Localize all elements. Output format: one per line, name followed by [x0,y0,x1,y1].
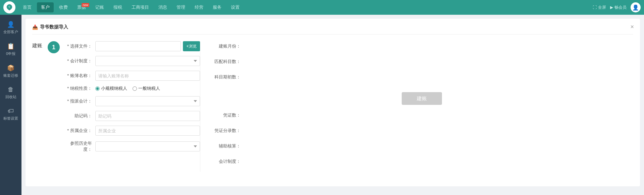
assign-accountant-select[interactable] [95,96,200,106]
avatar[interactable]: 👤 [631,2,641,12]
radio-general-input[interactable] [133,86,137,91]
right-accounting-system-row: 会计制度： [210,156,633,167]
app-logo[interactable] [3,1,15,13]
voucher-entry-label: 凭证分录数： [210,128,244,134]
file-label: * 选择文件： [65,43,95,49]
nav-item-service[interactable]: 服务 [209,2,226,12]
match-subject-value [244,57,633,67]
sidebar-item-declare[interactable]: 📋 0申报 [0,39,21,60]
browse-button[interactable]: +浏览 [183,41,200,51]
title-icon: 📥 [32,24,38,30]
ledger-name-label: * 账簿名称： [65,73,95,79]
fullscreen-icon: ⛶ [593,5,597,10]
assign-accountant-row: * 指派会计： [65,96,200,106]
nav-item-manage[interactable]: 管理 [172,2,189,12]
form-right: 建账月份： 匹配科目数： 科目期初数： 建账 凭证 [200,41,633,172]
build-month-label: 建账月份： [210,43,244,49]
voucher-count-value [244,110,633,120]
voucher-count-label: 凭证数： [210,112,244,118]
radio-small-input[interactable] [95,86,100,91]
close-button[interactable]: × [630,23,634,30]
company-row: * 所属企业： [65,126,200,136]
nav-item-settings[interactable]: 设置 [227,2,244,12]
memo-row: 助记码： [65,111,200,121]
step-section: 建账 1 * 选择文件： +浏览 [32,41,200,157]
aux-calc-row: 辅助核算： [210,141,633,151]
build-month-row: 建账月份： [210,41,633,51]
import-card: 📥 导爷数据导入 × 建账 1 * 选择文件： [26,19,640,186]
accounting-system-label: * 会计制度： [65,58,95,64]
nav-item-fee[interactable]: 收费 [55,2,72,12]
subject-initial-label: 科目期初数： [210,74,244,80]
accounting-system-select[interactable] [95,56,200,66]
match-subject-label: 匹配科目数： [210,59,244,65]
nav-item-account[interactable]: 记账 [91,2,108,12]
main-content: 📥 导爷数据导入 × 建账 1 * 选择文件： [21,15,644,195]
sidebar-item-label: 账套迁移 [3,73,18,78]
build-month-value [244,41,633,51]
aux-calc-value [244,141,633,151]
sidebar-item-label: 0申报 [6,51,15,56]
assign-accountant-label: * 指派会计： [65,98,95,104]
new-badge: new [82,3,89,7]
trash-icon: 🗑 [8,86,14,93]
ledger-name-row: * 账簿名称： [65,71,200,81]
nav-item-message[interactable]: 消息 [154,2,171,12]
nav-item-operation[interactable]: 经营 [191,2,207,12]
sidebar-item-all-customers[interactable]: 👤 全部客户 [0,17,21,38]
sidebar-item-label: 全部客户 [3,29,18,35]
radio-small-label: 小规模纳税人 [101,85,127,91]
company-label: * 所属企业： [65,128,95,134]
nav-items: 首页 客户 收费 票据 new 记账 报税 工商项目 消息 管理 经营 服务 设… [19,2,593,12]
fullscreen-button[interactable]: ⛶ 全屏 [593,5,606,10]
subject-initial-row: 科目期初数： [210,72,633,82]
nav-item-customer[interactable]: 客户 [37,2,54,12]
build-button[interactable]: 建账 [402,92,442,105]
form-layout: 建账 1 * 选择文件： +浏览 [32,41,633,172]
tax-type-radio-group: 小规模纳税人 一般纳税人 [95,85,160,91]
build-btn-wrap: 建账 [210,92,633,105]
step-circle: 1 [48,41,60,53]
member-icon: ▶ [610,5,613,10]
sidebar-item-label: 标签设置 [3,116,18,121]
right-accounting-system-label: 会计制度： [210,158,244,165]
nav-item-home[interactable]: 首页 [19,2,36,12]
sidebar-item-tag-settings[interactable]: 🏷 标签设置 [0,104,21,124]
radio-small-taxpayer[interactable]: 小规模纳税人 [95,85,127,91]
member-button[interactable]: ▶ 畅会员 [610,5,627,10]
history-year-row: 参照历史年度： [65,140,200,152]
card-header: 📥 导爷数据导入 [32,24,633,35]
nav-item-tax[interactable]: 报税 [109,2,126,12]
radio-general-label: 一般纳税人 [138,85,160,91]
page-title: 导爷数据导入 [40,24,68,30]
history-year-select[interactable] [95,141,200,151]
declare-icon: 📋 [7,43,14,50]
nav-item-industry[interactable]: 工商项目 [128,2,153,12]
step-label: 建账 [32,41,42,49]
subject-initial-value [244,72,633,82]
voucher-count-row: 凭证数： [210,110,633,120]
sidebar-item-trash[interactable]: 🗑 回收站 [0,83,21,103]
sidebar-item-label: 回收站 [5,94,16,100]
svg-point-0 [9,7,10,8]
file-input-row: +浏览 [95,41,200,51]
tax-type-label: * 纳税性质： [65,85,95,91]
tax-type-row: * 纳税性质： 小规模纳税人 一般纳税人 [65,85,200,91]
radio-general-taxpayer[interactable]: 一般纳税人 [133,85,160,91]
voucher-entry-row: 凭证分录数： [210,126,633,136]
accounting-system-row: * 会计制度： [65,56,200,66]
ledger-name-input[interactable] [95,71,200,81]
memo-input[interactable] [95,111,200,121]
account-migrate-icon: 📦 [7,64,14,72]
form-left: 建账 1 * 选择文件： +浏览 [32,41,200,172]
tag-settings-icon: 🏷 [8,108,14,115]
file-input[interactable] [95,41,181,51]
right-accounting-system-value [244,156,633,167]
sidebar: 👤 全部客户 📋 0申报 📦 账套迁移 🗑 回收站 🏷 标签设置 [0,15,21,195]
sidebar-item-account-migrate[interactable]: 📦 账套迁移 [0,61,21,81]
company-input[interactable] [95,126,200,136]
nav-item-invoice[interactable]: 票据 new [73,2,90,12]
main-layout: 👤 全部客户 📋 0申报 📦 账套迁移 🗑 回收站 🏷 标签设置 📥 导爷数据导… [0,15,644,195]
all-customers-icon: 👤 [7,21,14,28]
history-year-label: 参照历史年度： [65,140,95,152]
